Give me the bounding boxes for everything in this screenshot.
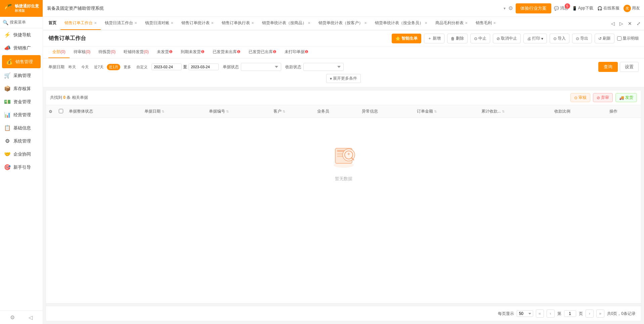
industry-btn[interactable]: 体验行业方案 bbox=[516, 3, 551, 13]
tab-sales-more[interactable]: 销售毛利 ✕ bbox=[472, 17, 500, 30]
tab-close-icon[interactable]: ✕ bbox=[425, 21, 427, 25]
sidebar-item-guide[interactable]: 🎯 新手引导 bbox=[0, 161, 43, 174]
today-btn[interactable]: 今天 bbox=[79, 64, 91, 70]
page-size-select[interactable]: 50 100 200 bbox=[517, 310, 533, 317]
tab-nav-prev-icon[interactable]: ◁ bbox=[609, 19, 617, 28]
tab-staff-stats[interactable]: 销货单统计表（按业务员） ✕ bbox=[371, 17, 431, 30]
1month-btn[interactable]: 近1月 bbox=[107, 64, 120, 70]
status-select[interactable] bbox=[241, 63, 281, 71]
filter-tab-pending-pickup[interactable]: 待拣货(0) bbox=[94, 46, 120, 58]
show-detail-checkbox[interactable] bbox=[617, 36, 621, 41]
export-btn[interactable]: ⊙ 导出 bbox=[572, 34, 592, 43]
tab-close-icon[interactable]: ✕ bbox=[211, 21, 214, 25]
tab-close-icon[interactable]: ✕ bbox=[308, 21, 310, 25]
more-btn[interactable]: 更多 bbox=[122, 64, 133, 70]
message-icon-item[interactable]: 💬 5 消息 bbox=[554, 5, 568, 11]
review-btn[interactable]: ⊙ 审核 bbox=[570, 93, 590, 102]
delete-btn[interactable]: 🗑 删除 bbox=[447, 34, 468, 43]
tab-close-icon[interactable]: ✕ bbox=[493, 21, 496, 25]
tab-close-icon[interactable]: ✕ bbox=[94, 21, 97, 25]
tab-product-stats[interactable]: 销货单统计表（按商品） ✕ bbox=[258, 17, 314, 30]
online-service-item[interactable]: 🎧 在线客服 bbox=[597, 5, 619, 11]
th-amount[interactable]: 订单金额⇅ bbox=[414, 105, 479, 118]
sidebar-item-finance[interactable]: 💵 资金管理 bbox=[0, 95, 43, 108]
page-prev-btn[interactable]: ‹ bbox=[547, 310, 555, 318]
date-to-input[interactable] bbox=[188, 64, 219, 70]
filter-tab-overdue[interactable]: 到期未发货❶ bbox=[177, 46, 209, 58]
tab-sales-workbench[interactable]: 销售订单工作台 ✕ bbox=[60, 17, 101, 30]
th-check[interactable] bbox=[56, 105, 66, 118]
tab-close-icon[interactable]: ✕ bbox=[364, 21, 367, 25]
sidebar-search[interactable]: 🔍 搜索菜单 bbox=[0, 17, 43, 28]
th-number[interactable]: 单据编号⇅ bbox=[206, 105, 271, 118]
tab-nav-next-icon[interactable]: ▷ bbox=[617, 19, 625, 28]
7days-btn[interactable]: 近7天 bbox=[92, 64, 105, 70]
tab-close-all-icon[interactable]: ✕ bbox=[626, 19, 634, 28]
tab-close-icon[interactable]: ✕ bbox=[251, 21, 254, 25]
collapse-icon[interactable]: ◁ bbox=[29, 314, 33, 321]
table-scroll-container[interactable]: ⚙ 单据整体状态 单据日期⇅ 单据编号⇅ 客户⇅ 业务员 异常信息 订单金额⇅ … bbox=[46, 105, 641, 303]
sidebar-item-purchase[interactable]: 🛒 采购管理 bbox=[0, 69, 43, 82]
sidebar-item-inventory[interactable]: 📦 库存核算 bbox=[0, 82, 43, 95]
app-download-item[interactable]: 📱 App下载 bbox=[572, 5, 593, 11]
ai-btn[interactable]: ⭐ 智能生单 bbox=[392, 34, 421, 43]
sidebar-item-marketing[interactable]: 📣 营销推广 bbox=[0, 41, 43, 54]
tab-customer-stats[interactable]: 销货单统计表（按客户） ✕ bbox=[314, 17, 371, 30]
sidebar-item-enterprise[interactable]: 🤝 企业协同 bbox=[0, 148, 43, 161]
print-btn[interactable]: 🖨 打印 ▾ bbox=[523, 34, 547, 43]
sidebar-item-operations[interactable]: 📊 经营管理 bbox=[0, 108, 43, 121]
filter-tab-shipped-out[interactable]: 已发货已出库❶ bbox=[245, 46, 281, 58]
tab-cash-reconcile[interactable]: 钱货日清对账 ✕ bbox=[141, 17, 177, 30]
th-date[interactable]: 单据日期⇅ bbox=[142, 105, 206, 118]
cancel-pause-btn[interactable]: ⊘ 取消中止 bbox=[493, 34, 521, 43]
filter-tab-all[interactable]: 全部(0) bbox=[48, 46, 70, 58]
query-btn[interactable]: 查询 bbox=[598, 62, 618, 72]
h-scrollbar[interactable] bbox=[46, 303, 641, 306]
tab-sales-stats[interactable]: 销售订单统计表 ✕ bbox=[177, 17, 218, 30]
settings-icon[interactable]: ⚙ bbox=[10, 314, 15, 321]
sidebar-item-system[interactable]: ⚙ 系统管理 bbox=[0, 134, 43, 148]
tab-close-icon[interactable]: ✕ bbox=[465, 21, 468, 25]
select-all-checkbox[interactable] bbox=[59, 109, 63, 113]
ship-btn[interactable]: 🚚 发货 bbox=[615, 93, 637, 102]
date-from-input[interactable] bbox=[152, 64, 182, 70]
th-customer[interactable]: 客户⇅ bbox=[271, 105, 314, 118]
import-btn[interactable]: ⊙ 导入 bbox=[550, 34, 569, 43]
th-staff[interactable]: 业务员 bbox=[314, 105, 359, 118]
pause-btn[interactable]: ⊙ 中止 bbox=[470, 34, 490, 43]
payment-select[interactable] bbox=[303, 63, 344, 71]
page-last-btn[interactable]: » bbox=[596, 310, 604, 318]
filter-tab-not-shipped[interactable]: 未发货❶ bbox=[153, 46, 177, 58]
page-input[interactable] bbox=[564, 310, 576, 317]
filter-tab-not-printed[interactable]: 未打印单据❶ bbox=[281, 46, 312, 58]
tab-sales-exec[interactable]: 销售订单执行表 ✕ bbox=[218, 17, 258, 30]
tab-close-icon[interactable]: ✕ bbox=[171, 21, 173, 25]
sidebar-item-sales[interactable]: 💰 销售管理 bbox=[2, 55, 41, 68]
settings-gear-icon[interactable]: ⚙ bbox=[508, 5, 513, 11]
cancel-review-btn[interactable]: ⊘ 弃审 bbox=[593, 93, 613, 102]
filter-tab-shipped-not-out[interactable]: 已发货未出库❶ bbox=[209, 46, 245, 58]
tab-home[interactable]: 首页 bbox=[44, 17, 60, 30]
page-first-btn[interactable]: « bbox=[536, 310, 544, 318]
filter-tab-pending-review[interactable]: 待审核(0) bbox=[70, 46, 95, 58]
new-btn[interactable]: ＋ 新增 bbox=[424, 34, 444, 43]
tab-expand-icon[interactable]: ⤢ bbox=[635, 19, 643, 28]
tab-cash-daily[interactable]: 钱货日清工作台 ✕ bbox=[101, 17, 141, 30]
user-item[interactable]: 友 用友 bbox=[624, 5, 640, 12]
dropdown-arrow-icon[interactable]: ▾ bbox=[504, 6, 506, 11]
show-detail-label[interactable]: 显示明细 bbox=[617, 36, 639, 41]
th-setting[interactable]: ⚙ bbox=[46, 105, 56, 118]
page-next-btn[interactable]: › bbox=[586, 310, 594, 318]
refresh-btn[interactable]: ↺ 刷新 bbox=[595, 34, 614, 43]
th-collected[interactable]: 累计收款...⇅ bbox=[479, 105, 552, 118]
custom-btn[interactable]: 自定义 bbox=[134, 64, 149, 70]
sidebar-item-basic-info[interactable]: 📋 基础信息 bbox=[0, 121, 43, 134]
set-btn[interactable]: 设置 bbox=[620, 62, 639, 72]
expand-btn[interactable]: ▾ 展开更多条件 bbox=[326, 74, 361, 83]
tab-margin[interactable]: 商品毛利分析表 ✕ bbox=[431, 17, 472, 30]
operations-icon: 📊 bbox=[4, 112, 11, 118]
tab-close-icon[interactable]: ✕ bbox=[134, 21, 137, 25]
sidebar-item-quick-nav[interactable]: ⚡ 快捷导航 bbox=[0, 28, 43, 41]
yesterday-btn[interactable]: 昨天 bbox=[67, 64, 78, 70]
filter-tab-wangpu[interactable]: 旺铺待发货(0) bbox=[120, 46, 153, 58]
